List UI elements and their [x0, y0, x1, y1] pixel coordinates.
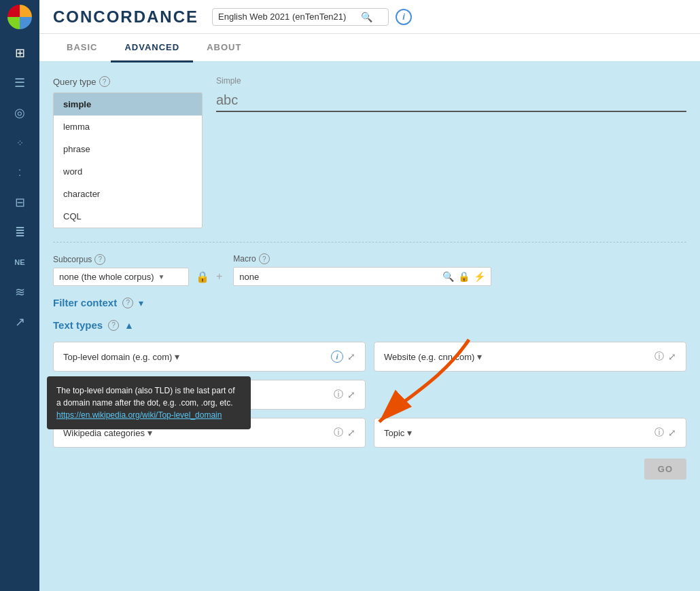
text-types-title[interactable]: Text types: [53, 319, 103, 331]
filter-context-section: Filter context ? ▾: [53, 297, 686, 308]
sidebar-item-target[interactable]: ◎: [6, 99, 33, 126]
query-type-item-cql[interactable]: CQL: [54, 205, 202, 228]
text-type-card-website: Website (e.g. cnn.com) ▾ ⓘ ⤢: [374, 342, 686, 372]
tab-advanced[interactable]: ADVANCED: [111, 34, 193, 62]
text-types-header: Text types ? ▲: [53, 319, 686, 331]
tab-about[interactable]: ABOUT: [193, 34, 255, 62]
sidebar-item-trend[interactable]: ↗: [6, 308, 33, 336]
website-expand-icon[interactable]: ⤢: [668, 351, 676, 362]
query-type-item-character[interactable]: character: [54, 183, 202, 205]
go-row: GO: [53, 459, 686, 480]
subcorpus-label: Subcorpus ?: [53, 254, 222, 265]
topic-info-icon[interactable]: ⓘ: [654, 427, 664, 439]
text-type-card-top-level-domain: Top-level domain (e.g. com) ▾ i ⤢ The to…: [53, 342, 366, 372]
subcorpus-section: Subcorpus ? none (the whole corpus) ▼ 🔒 …: [53, 254, 222, 286]
topic-label: Topic ▾: [384, 427, 412, 438]
topic-card-icons: ⓘ ⤢: [654, 427, 676, 439]
simple-input-section: Simple: [216, 76, 686, 228]
topic-chevron[interactable]: ▾: [407, 427, 412, 438]
wikipedia-info-icon[interactable]: ⓘ: [334, 427, 343, 439]
corpus-info-icon[interactable]: i: [396, 9, 412, 25]
query-type-item-lemma[interactable]: lemma: [54, 115, 202, 138]
text-types-help-icon[interactable]: ?: [108, 320, 119, 331]
macro-lock-icon[interactable]: 🔒: [458, 271, 470, 282]
website-card-icons: ⓘ ⤢: [654, 351, 676, 363]
logo-circle: [7, 5, 32, 29]
query-type-help-icon[interactable]: ?: [99, 76, 110, 87]
sidebar-item-grid[interactable]: ⊞: [6, 39, 33, 67]
query-type-list: simple lemma phrase word character CQL: [53, 92, 203, 228]
query-type-item-word[interactable]: word: [54, 160, 202, 183]
sidebar-item-table[interactable]: ⊟: [6, 189, 33, 216]
heading-card-icons: ⓘ ⤢: [334, 389, 355, 401]
sidebar: ⊞ ☰ ◎ ⁘ ⁚ ⊟ ≣ NE ≋ ↗: [0, 0, 39, 591]
header: CONCORDANCE 🔍 i: [39, 0, 700, 34]
filter-context-title[interactable]: Filter context: [53, 297, 117, 308]
sidebar-item-list[interactable]: ☰: [6, 69, 33, 96]
wikipedia-card-icons: ⓘ ⤢: [334, 427, 355, 439]
text-type-card-empty: [374, 380, 686, 410]
heading-expand-icon[interactable]: ⤢: [347, 389, 355, 400]
tab-basic[interactable]: BASIC: [53, 34, 111, 62]
tabs-bar: BASIC ADVANCED ABOUT: [39, 34, 700, 62]
website-info-icon[interactable]: ⓘ: [654, 351, 664, 363]
macro-flash-icon[interactable]: ⚡: [474, 271, 485, 282]
query-type-item-phrase[interactable]: phrase: [54, 138, 202, 160]
query-type-item-simple[interactable]: simple: [54, 93, 202, 115]
subcorpus-dropdown-arrow: ▼: [158, 273, 164, 281]
sidebar-item-bullet-list[interactable]: ⁚: [6, 159, 33, 186]
filter-context-chevron[interactable]: ▾: [139, 298, 143, 308]
website-chevron[interactable]: ▾: [477, 351, 482, 362]
text-types-chevron[interactable]: ▲: [124, 320, 134, 331]
tld-tooltip: The top-level domain (also TLD) is the l…: [47, 376, 251, 429]
text-type-card-topic: Topic ▾ ⓘ ⤢: [374, 418, 686, 448]
subcorpus-add-icon[interactable]: +: [216, 270, 222, 283]
macro-help-icon[interactable]: ?: [259, 253, 270, 264]
wikipedia-expand-icon[interactable]: ⤢: [347, 427, 355, 438]
main-area: CONCORDANCE 🔍 i BASIC ADVANCED ABOUT Que…: [39, 0, 700, 591]
subcorpus-select[interactable]: none (the whole corpus) ▼: [53, 268, 189, 286]
simple-query-input[interactable]: [216, 90, 686, 112]
macro-search-icon[interactable]: 🔍: [442, 271, 454, 282]
corpus-search-input[interactable]: [218, 12, 361, 22]
subcorpus-help-icon[interactable]: ?: [94, 254, 105, 265]
sidebar-item-sorted-bars[interactable]: ≋: [6, 279, 33, 306]
top-level-domain-card-icons: i ⤢: [331, 351, 355, 363]
sidebar-item-ne[interactable]: NE: [6, 249, 33, 276]
query-type-container: Query type ? simple lemma phrase word ch…: [53, 76, 203, 228]
filter-context-help-icon[interactable]: ?: [122, 298, 133, 308]
sidebar-item-users[interactable]: ⁘: [6, 129, 33, 156]
query-type-label: Query type ?: [53, 76, 203, 87]
section-divider-1: [53, 242, 686, 243]
content-area: Query type ? simple lemma phrase word ch…: [39, 62, 700, 591]
sidebar-item-sorted-list[interactable]: ≣: [6, 219, 33, 246]
go-button[interactable]: GO: [644, 459, 686, 480]
text-type-grid: Top-level domain (e.g. com) ▾ i ⤢ The to…: [53, 342, 686, 448]
tooltip-link[interactable]: https://en.wikipedia.org/wiki/Top-level_…: [56, 410, 222, 420]
heading-info-icon[interactable]: ⓘ: [334, 389, 343, 401]
macro-label: Macro ?: [233, 253, 491, 264]
subcorpus-lock-icon[interactable]: 🔒: [196, 270, 209, 283]
subcorpus-row: Subcorpus ? none (the whole corpus) ▼ 🔒 …: [53, 253, 686, 286]
macro-icons: 🔍 🔒 ⚡: [442, 271, 485, 282]
top-level-domain-chevron[interactable]: ▾: [175, 351, 179, 362]
query-section: Query type ? simple lemma phrase word ch…: [53, 76, 686, 228]
app-logo: [0, 0, 39, 34]
app-title: CONCORDANCE: [53, 7, 198, 26]
macro-input[interactable]: [239, 272, 442, 282]
corpus-search-box[interactable]: 🔍: [212, 8, 389, 26]
simple-input-label: Simple: [216, 76, 686, 86]
website-label: Website (e.g. cnn.com) ▾: [384, 351, 482, 362]
search-icon[interactable]: 🔍: [361, 12, 372, 22]
macro-input-row: 🔍 🔒 ⚡: [233, 267, 491, 286]
top-level-domain-label: Top-level domain (e.g. com) ▾: [63, 351, 179, 362]
macro-section: Macro ? 🔍 🔒 ⚡: [233, 253, 491, 286]
top-level-domain-info-icon[interactable]: i: [331, 351, 343, 363]
topic-expand-icon[interactable]: ⤢: [668, 427, 676, 438]
top-level-domain-expand-icon[interactable]: ⤢: [347, 351, 355, 362]
